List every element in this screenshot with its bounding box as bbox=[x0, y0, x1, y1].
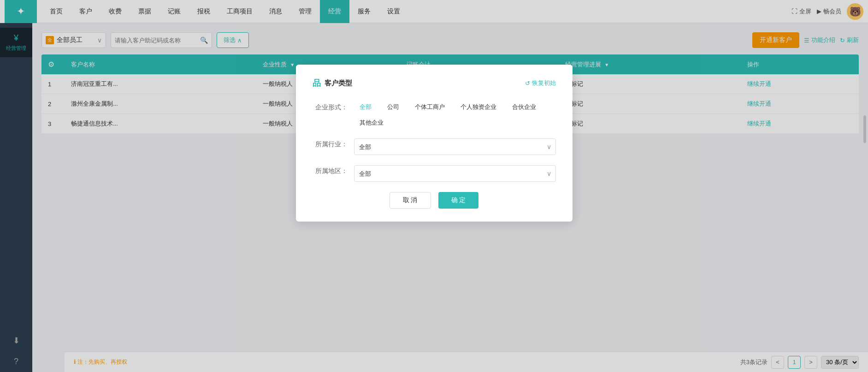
industry-label: 所属行业： bbox=[313, 138, 354, 149]
region-form-row: 所属地区： 全部 ∨ bbox=[313, 165, 556, 182]
tag-other[interactable]: 其他企业 bbox=[354, 117, 389, 128]
modal-footer: 取 消 确 定 bbox=[313, 192, 556, 209]
enterprise-form-label: 企业形式： bbox=[313, 102, 354, 112]
modal-title-icon: 品 bbox=[313, 78, 321, 89]
cancel-button[interactable]: 取 消 bbox=[390, 192, 431, 209]
tag-partnership[interactable]: 合伙企业 bbox=[507, 102, 542, 113]
region-select[interactable]: 全部 bbox=[354, 165, 556, 182]
confirm-button[interactable]: 确 定 bbox=[438, 192, 479, 209]
modal-header: 品 客户类型 ↺ 恢复初始 bbox=[313, 78, 556, 89]
modal-restore-button[interactable]: ↺ 恢复初始 bbox=[525, 79, 556, 87]
industry-select-wrapper: 全部 ∨ bbox=[354, 138, 556, 155]
modal-overlay[interactable]: 品 客户类型 ↺ 恢复初始 企业形式： 全部 公司 个体工商户 个人独资企业 合… bbox=[0, 0, 868, 372]
tag-all[interactable]: 全部 bbox=[354, 102, 377, 113]
tag-company[interactable]: 公司 bbox=[382, 102, 405, 113]
enterprise-form-row: 企业形式： 全部 公司 个体工商户 个人独资企业 合伙企业 其他企业 bbox=[313, 102, 556, 128]
tag-individual[interactable]: 个体工商户 bbox=[409, 102, 450, 113]
filter-modal: 品 客户类型 ↺ 恢复初始 企业形式： 全部 公司 个体工商户 个人独资企业 合… bbox=[296, 65, 573, 222]
region-label: 所属地区： bbox=[313, 165, 354, 175]
enterprise-form-content: 全部 公司 个体工商户 个人独资企业 合伙企业 其他企业 bbox=[354, 102, 556, 128]
industry-form-row: 所属行业： 全部 ∨ bbox=[313, 138, 556, 155]
industry-content: 全部 ∨ bbox=[354, 138, 556, 155]
enterprise-tag-list: 全部 公司 个体工商户 个人独资企业 合伙企业 其他企业 bbox=[354, 102, 556, 128]
industry-select[interactable]: 全部 bbox=[354, 138, 556, 155]
tag-sole-prop[interactable]: 个人独资企业 bbox=[455, 102, 502, 113]
region-select-wrapper: 全部 ∨ bbox=[354, 165, 556, 182]
restore-icon: ↺ bbox=[525, 80, 530, 87]
region-content: 全部 ∨ bbox=[354, 165, 556, 182]
modal-title: 品 客户类型 bbox=[313, 78, 352, 89]
